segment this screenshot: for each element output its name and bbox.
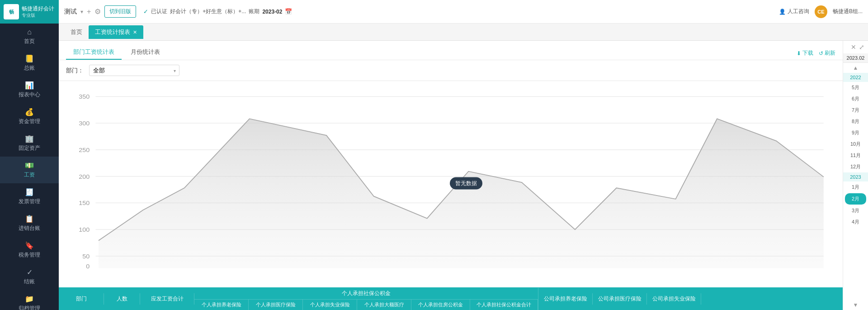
date-month-2022-12月[interactable]: 12月 bbox=[843, 161, 868, 172]
date-month-2023-2月[interactable]: 2月 bbox=[845, 193, 866, 205]
sidebar-item-asset[interactable]: 🏢固定资产 bbox=[0, 130, 59, 157]
refresh-icon: ↺ bbox=[819, 50, 823, 57]
sidebar-item-home[interactable]: ⌂首页 bbox=[0, 24, 59, 50]
date-year-2023[interactable]: 2023 bbox=[843, 172, 868, 181]
tab-label: 工资统计报表 bbox=[95, 29, 130, 35]
page-content: 部门工资统计表月份统计表 ⬇下载↺刷新 部门： 全部销售部财务部技术部人事部 ▾ bbox=[59, 41, 868, 310]
sidebar: 畅 畅捷通好会计 专业版 ⌂首页📒总账📊报表中心💰资金管理🏢固定资产💵工资🧾发票… bbox=[0, 0, 59, 310]
left-panel: 部门工资统计表月份统计表 ⬇下载↺刷新 部门： 全部销售部财务部技术部人事部 ▾ bbox=[59, 41, 843, 310]
sub-tab-monthly[interactable]: 月份统计表 bbox=[123, 45, 167, 60]
date-month-2022-10月[interactable]: 10月 bbox=[843, 138, 868, 150]
title-dropdown-icon[interactable]: ▾ bbox=[80, 9, 83, 15]
archive-icon: 📁 bbox=[25, 295, 34, 303]
status-bar: ✓ 已认证 好会计（专）+好生意（标）+... 账期 2023-02 📅 bbox=[143, 8, 292, 15]
sidebar-item-label: 归档管理 bbox=[19, 305, 40, 310]
sidebar-item-label: 税务管理 bbox=[19, 251, 40, 259]
switch-old-button[interactable]: 切到旧版 bbox=[104, 5, 136, 18]
sidebar-logo: 畅 畅捷通好会计 专业版 bbox=[0, 0, 59, 24]
table-header-cell: 部门 bbox=[59, 293, 104, 305]
svg-text:200: 200 bbox=[79, 173, 90, 180]
date-month-2023-4月[interactable]: 4月 bbox=[843, 216, 868, 228]
tab-salary-stats[interactable]: 工资统计报表✕ bbox=[89, 25, 143, 39]
refresh-button[interactable]: ↺刷新 bbox=[819, 49, 835, 57]
period-value: 2023-02 bbox=[262, 9, 282, 15]
product-label: 好会计（专）+好生意（标）+... bbox=[170, 8, 246, 15]
period-label: 账期 bbox=[249, 8, 259, 15]
chart-tooltip: 暂无数据 bbox=[450, 177, 482, 190]
date-month-2023-3月[interactable]: 3月 bbox=[843, 205, 868, 216]
date-nav-up-button[interactable]: ▲ bbox=[843, 63, 868, 73]
sub-tab-dept[interactable]: 部门工资统计表 bbox=[66, 45, 122, 60]
report-icon: 📊 bbox=[25, 81, 34, 90]
page-title: 测试 bbox=[64, 8, 77, 16]
table-header-sub-cell: 个人承担住房公积金 bbox=[411, 300, 470, 310]
tab-bar: 首页工资统计报表✕ bbox=[59, 24, 868, 41]
date-nav-down-button[interactable]: ▼ bbox=[843, 300, 868, 310]
sidebar-item-salary[interactable]: 💵工资 bbox=[0, 157, 59, 183]
sidebar-item-tax[interactable]: 🔖税务管理 bbox=[0, 237, 59, 263]
table-header-cell: 应发工资合计 bbox=[140, 293, 194, 305]
date-year-2022[interactable]: 2022 bbox=[843, 73, 868, 82]
sidebar-item-ledger[interactable]: 📒总账 bbox=[0, 50, 59, 76]
tax-icon: 🔖 bbox=[25, 241, 34, 250]
avatar: CE bbox=[815, 5, 827, 18]
add-button[interactable]: + bbox=[87, 8, 91, 16]
right-panel-close: ✕ ⤢ bbox=[843, 41, 868, 53]
logo-icon: 畅 bbox=[4, 4, 19, 19]
date-month-2022-5月[interactable]: 5月 bbox=[843, 82, 868, 93]
table-header-sub-cell: 个人承担大额医疗 bbox=[357, 300, 411, 310]
sidebar-item-label: 工资 bbox=[24, 171, 35, 179]
sidebar-item-invoice[interactable]: 🧾发票管理 bbox=[0, 183, 59, 210]
date-month-2022-8月[interactable]: 8月 bbox=[843, 116, 868, 127]
table-header-sub-cell: 个人承担社保公积金合计 bbox=[470, 300, 538, 310]
sub-tabs: 部门工资统计表月份统计表 bbox=[66, 45, 167, 60]
date-display[interactable]: 2023.02 bbox=[843, 53, 868, 63]
service-button[interactable]: 👤 人工咨询 bbox=[779, 8, 809, 15]
dept-select[interactable]: 全部销售部财务部技术部人事部 bbox=[89, 65, 179, 76]
ledger-icon: 📒 bbox=[25, 54, 34, 63]
sidebar-item-archive[interactable]: 📁归档管理 bbox=[0, 290, 59, 310]
date-list: 20225月6月7月8月9月10月11月12月20231月2月3月4月 bbox=[843, 73, 868, 300]
date-month-2023-1月[interactable]: 1月 bbox=[843, 181, 868, 193]
sidebar-item-settle[interactable]: ✓结账 bbox=[0, 263, 59, 290]
date-month-2022-6月[interactable]: 6月 bbox=[843, 93, 868, 105]
invoice-icon: 🧾 bbox=[25, 188, 34, 196]
svg-text:50: 50 bbox=[82, 253, 90, 259]
sidebar-item-label: 发票管理 bbox=[19, 198, 40, 205]
sidebar-item-sales[interactable]: 📋进销台账 bbox=[0, 210, 59, 237]
tab-close-icon[interactable]: ✕ bbox=[133, 29, 137, 35]
logo-text-line2: 专业版 bbox=[22, 12, 54, 18]
download-button[interactable]: ⬇下载 bbox=[797, 49, 813, 57]
sidebar-item-fund[interactable]: 💰资金管理 bbox=[0, 103, 59, 130]
svg-text:100: 100 bbox=[79, 226, 90, 233]
top-bar: 测试 ▾ + ⚙ 切到旧版 ✓ 已认证 好会计（专）+好生意（标）+... 账期… bbox=[59, 0, 868, 24]
calendar-icon[interactable]: 📅 bbox=[285, 8, 292, 15]
svg-text:150: 150 bbox=[79, 200, 90, 206]
date-month-2022-7月[interactable]: 7月 bbox=[843, 105, 868, 116]
table-header-group: 个人承担社保公积金个人承担养老保险个人承担医疗保险个人承担失业保险个人承担大额医… bbox=[194, 288, 538, 310]
chart-area: 350 300 250 200 150 100 50 0 bbox=[59, 81, 843, 287]
tab-home[interactable]: 首页 bbox=[64, 25, 89, 39]
sales-icon: 📋 bbox=[25, 215, 34, 223]
sidebar-item-label: 固定资产 bbox=[19, 144, 40, 152]
svg-text:350: 350 bbox=[79, 93, 90, 100]
date-month-2022-9月[interactable]: 9月 bbox=[843, 127, 868, 138]
certified-icon: ✓ bbox=[143, 8, 148, 15]
svg-text:0: 0 bbox=[86, 262, 90, 269]
sidebar-item-report[interactable]: 📊报表中心 bbox=[0, 76, 59, 103]
settings-icon[interactable]: ⚙ bbox=[94, 7, 101, 16]
close-panel-button[interactable]: ✕ bbox=[851, 43, 856, 51]
expand-panel-button[interactable]: ⤢ bbox=[859, 43, 864, 51]
sidebar-item-label: 资金管理 bbox=[19, 118, 40, 125]
salary-icon: 💵 bbox=[25, 161, 34, 170]
sub-tab-actions: ⬇下载↺刷新 bbox=[797, 49, 835, 60]
filter-bar: 部门： 全部销售部财务部技术部人事部 ▾ bbox=[59, 60, 843, 81]
certified-label: 已认证 bbox=[151, 8, 167, 15]
sidebar-nav: ⌂首页📒总账📊报表中心💰资金管理🏢固定资产💵工资🧾发票管理📋进销台账🔖税务管理✓… bbox=[0, 24, 59, 310]
asset-icon: 🏢 bbox=[25, 134, 34, 143]
user-name[interactable]: 畅捷通B组... bbox=[833, 8, 863, 15]
sub-tab-bar: 部门工资统计表月份统计表 ⬇下载↺刷新 bbox=[59, 41, 843, 60]
tab-label: 首页 bbox=[71, 29, 82, 35]
chart-svg-container: 350 300 250 200 150 100 50 0 bbox=[66, 86, 835, 274]
date-month-2022-11月[interactable]: 11月 bbox=[843, 150, 868, 161]
